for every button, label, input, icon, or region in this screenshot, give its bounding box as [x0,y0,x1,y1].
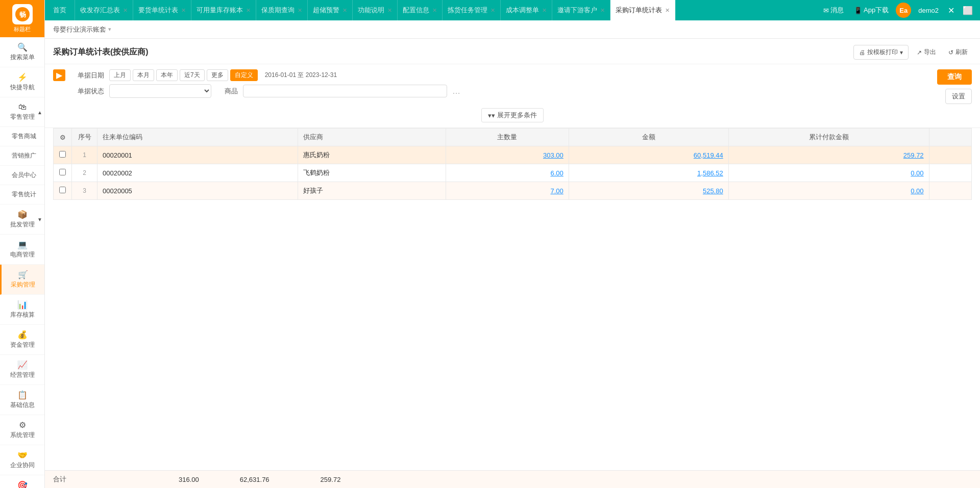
expand-conditions-button[interactable]: ▾▾ 展开更多条件 [481,108,544,122]
goods-input-more-icon[interactable]: … [452,87,460,96]
sidebar-item-retail-stat[interactable]: 零售统计 [0,185,44,204]
settings-icon[interactable]: ⚙ [60,134,66,141]
row-amount[interactable]: 60,519.44 [569,146,728,164]
goods-input[interactable] [243,85,447,97]
tab-warranty-query[interactable]: 保质期查询 ✕ [256,0,308,20]
query-settings: 查询 设置 [937,69,972,104]
refresh-button[interactable]: ↺ 刷新 [944,45,972,59]
tab-close-icon[interactable]: ✕ [600,7,605,14]
date-btn-this-year[interactable]: 本年 [156,69,178,81]
workspace-name: 母婴行业演示账套 [53,25,106,34]
tab-config-info[interactable]: 配置信息 ✕ [398,0,443,20]
workspace-selector[interactable]: 母婴行业演示账套 ▾ [53,25,111,34]
sidebar-item-retail-shop[interactable]: 零售商城 [0,127,44,146]
row-paid-amount[interactable]: 0.00 [728,182,929,200]
tab-close-icon[interactable]: ✕ [181,7,186,14]
sidebar-item-label: 库存核算 [10,311,35,319]
query-button[interactable]: 查询 [937,69,972,85]
row-paid-amount[interactable]: 259.72 [728,146,929,164]
tab-cost-adjust[interactable]: 成本调整单 ✕ [501,0,552,20]
sidebar-item-ecommerce[interactable]: 💻 电商管理 [0,235,44,265]
tab-close-icon[interactable]: ✕ [432,7,437,14]
print-button[interactable]: 🖨 按模板打印 ▾ [853,45,909,60]
sidebar-item-guide[interactable]: 🎯 新手引导 [0,475,44,488]
date-btn-this-month[interactable]: 本月 [133,69,154,81]
status-select[interactable] [109,84,211,98]
table-row[interactable]: 2 00020002 飞鹤奶粉 6.00 1,586.52 0.00 [54,164,972,182]
date-btn-more[interactable]: 更多 [207,69,228,81]
chevron-down-icon: ▲ [37,109,42,115]
row-extra [929,146,971,164]
footer-main-qty-val: 316.00 [179,476,199,483]
refresh-label: 刷新 [955,48,968,57]
tab-home[interactable]: 首页 [45,0,75,20]
tab-inventory-account[interactable]: 可用量库存账本 ✕ [191,0,256,20]
row-paid-amount[interactable]: 0.00 [728,164,929,182]
user-avatar[interactable]: Ea [896,3,911,18]
tab-close-icon[interactable]: ✕ [246,7,251,14]
row-unit-code: 00020002 [97,164,298,182]
settings-button[interactable]: 设置 [945,89,972,104]
sidebar-item-basic[interactable]: 📋 基础信息 [0,385,44,415]
tab-collection-summary[interactable]: 收发存汇总表 ✕ [75,0,133,20]
tab-close-icon[interactable]: ✕ [665,7,670,14]
filter-toggle-btn[interactable]: ▶ [53,69,65,81]
row-amount[interactable]: 1,586.52 [569,164,728,182]
sidebar-item-finance[interactable]: 💰 资金管理 [0,325,44,355]
date-btn-last-month[interactable]: 上月 [109,69,131,81]
sidebar-item-shortcut[interactable]: ⚡ 快捷导航 [0,67,44,97]
app-download-button[interactable]: 📱 App下载 [851,4,892,17]
col-no: 序号 [72,129,97,146]
row-main-qty[interactable]: 7.00 [446,182,569,200]
date-btn-custom[interactable]: 自定义 [230,69,258,81]
tab-close-icon[interactable]: ✕ [491,7,495,14]
close-tab-button[interactable]: ✕ [946,4,957,17]
tab-close-icon[interactable]: ✕ [387,7,392,14]
sidebar-logo[interactable]: 畅 标题栏 [0,0,44,37]
sidebar-item-system[interactable]: ⚙ 系统管理 [0,415,44,445]
tab-overstock-warning[interactable]: 超储预警 ✕ [308,0,353,20]
sidebar-item-wholesale[interactable]: 📦 批发管理 ▼ [0,204,44,235]
col-settings[interactable]: ⚙ [54,129,72,146]
message-button[interactable]: ✉ 消息 [820,4,847,17]
sidebar-item-inventory[interactable]: 📊 库存核算 [0,295,44,325]
row-main-qty[interactable]: 6.00 [446,164,569,182]
sidebar-item-member[interactable]: 会员中心 [0,166,44,185]
row-checkbox[interactable] [54,182,72,200]
row-main-qty[interactable]: 303.00 [446,146,569,164]
message-icon: ✉ [823,7,829,14]
page: 采购订单统计表(按供应商) 🖨 按模板打印 ▾ ↗ 导出 ↺ 刷新 [45,39,980,488]
tab-close-icon[interactable]: ✕ [123,7,128,14]
app-icon: 📱 [854,7,862,14]
table-row[interactable]: 1 00020001 惠氏奶粉 303.00 60,519.44 259.72 [54,146,972,164]
tab-pick-task[interactable]: 拣货任务管理 ✕ [443,0,501,20]
tab-invite-downstream[interactable]: 邀请下游客户 ✕ [552,0,610,20]
tab-close-icon[interactable]: ✕ [298,7,302,14]
sidebar-item-search[interactable]: 🔍 搜索菜单 [0,37,44,67]
tab-label: 收发存汇总表 [80,6,120,15]
table-row[interactable]: 3 00020005 好孩子 7.00 525.80 0.00 [54,182,972,200]
sidebar-item-purchase[interactable]: 🛒 采购管理 [0,265,44,295]
tab-goods-summary[interactable]: 要货单统计表 ✕ [133,0,191,20]
status-filter-label: 单据状态 [78,87,104,96]
username-button[interactable]: demo2 [915,5,942,16]
sidebar-item-label: 会员中心 [12,171,36,179]
tab-func-desc[interactable]: 功能说明 ✕ [353,0,398,20]
sidebar-item-retail[interactable]: 🛍 零售管理 ▲ [0,97,44,127]
tab-close-icon[interactable]: ✕ [542,7,547,14]
row-checkbox[interactable] [54,164,72,182]
date-btn-7days[interactable]: 近7天 [180,69,205,81]
maximize-button[interactable]: ⬜ [961,4,975,17]
chevron-right-icon: ▼ [37,217,42,222]
filter-arrow-icon[interactable]: ▶ [53,69,65,81]
row-amount[interactable]: 525.80 [569,182,728,200]
export-button[interactable]: ↗ 导出 [913,45,940,59]
sidebar-item-marketing[interactable]: 营销推广 [0,146,44,166]
tab-close-icon[interactable]: ✕ [342,7,347,14]
sidebar-item-operation[interactable]: 📈 经营管理 [0,355,44,385]
sidebar-item-label: 营销推广 [12,151,36,160]
tab-label: 超储预警 [313,6,339,15]
tab-purchase-summary[interactable]: 采购订单统计表 ✕ [610,0,675,20]
sidebar-item-enterprise[interactable]: 🤝 企业协同 [0,445,44,475]
row-checkbox[interactable] [54,146,72,164]
